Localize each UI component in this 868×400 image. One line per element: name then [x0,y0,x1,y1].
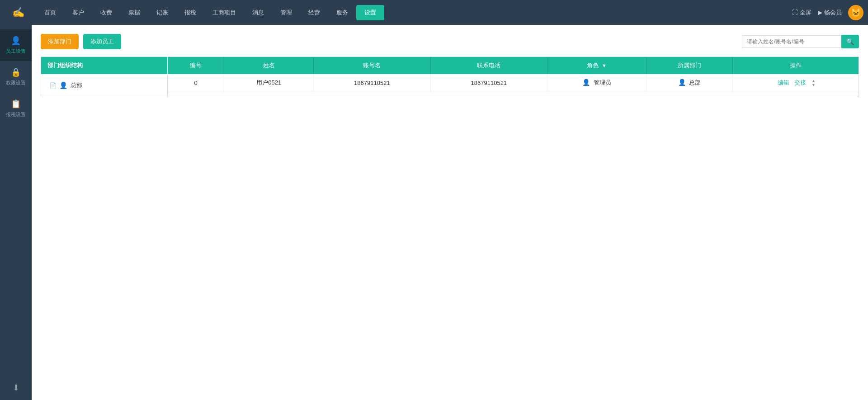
employee-data-table: 编号 姓名 账号名 联系电话 角色 ▼ 所属部门 操作 [168,57,859,92]
person-icon: 👤 [59,81,68,89]
role-name: 管理员 [594,79,611,86]
main-layout: 👤 员工设置 🔒 权限设置 📋 报税设置 ⬇ 添加部门 添加员工 🔍 [0,25,868,400]
sidebar-item-tax-settings[interactable]: 📋 报税设置 [0,93,32,124]
cell-role: 👤 管理员 [547,74,646,92]
cell-id: 0 [168,74,224,92]
avatar[interactable]: 🐱 [848,5,863,20]
edit-link[interactable]: 编辑 [778,79,789,86]
table-row: 0 用户0521 18679110521 18679110521 👤 管理员 👤… [168,74,859,92]
scroll-down-btn[interactable]: ▼ [811,83,816,87]
table-header-row: 编号 姓名 账号名 联系电话 角色 ▼ 所属部门 操作 [168,57,859,74]
sidebar-tax-label: 报税设置 [6,111,26,118]
search-button[interactable]: 🔍 [841,35,859,48]
cell-name: 用户0521 [224,74,314,92]
nav-home[interactable]: 首页 [36,5,64,20]
dept-tree-header: 部门组织结构 [41,57,167,74]
col-header-account: 账号名 [314,57,431,74]
nav-message[interactable]: 消息 [244,5,272,20]
scroll-controls: ▲ ▼ [811,79,816,87]
fullscreen-btn[interactable]: ⛶ 全屏 [792,9,811,17]
top-nav: ✍ 首页 客户 收费 票据 记账 报税 工商项目 消息 管理 经营 服务 设置 … [0,0,868,25]
membership-btn[interactable]: ▶ 畅会员 [818,9,842,17]
col-header-id: 编号 [168,57,224,74]
dept-tree-content: 📄 👤 总部 [41,74,167,97]
dept-name: 总部 [689,79,701,86]
sidebar-item-employee[interactable]: 👤 员工设置 [0,29,32,61]
dept-person-icon: 👤 [678,79,686,86]
col-header-dept: 所属部门 [646,57,732,74]
two-column-layout: 部门组织结构 📄 👤 总部 编号 姓名 账号名 [41,56,859,97]
nav-billing[interactable]: 收费 [92,5,120,20]
fullscreen-icon: ⛶ [792,9,798,16]
fullscreen-label: 全屏 [800,9,811,17]
dept-tree-item-root[interactable]: 📄 👤 总部 [47,79,161,92]
sidebar-bottom-item[interactable]: ⬇ [0,376,32,400]
nav-settings[interactable]: 设置 [356,5,384,20]
employee-table: 编号 姓名 账号名 联系电话 角色 ▼ 所属部门 操作 [168,57,859,97]
role-person-icon: 👤 [582,79,590,86]
col-header-role[interactable]: 角色 ▼ [547,57,646,74]
cell-phone: 18679110521 [430,74,547,92]
cell-dept: 👤 总部 [646,74,732,92]
main-content: 添加部门 添加员工 🔍 部门组织结构 📄 👤 总部 [32,25,868,400]
dept-tree: 部门组织结构 📄 👤 总部 [41,57,168,97]
nav-bookkeeping[interactable]: 记账 [148,5,176,20]
nav-operation[interactable]: 经营 [300,5,328,20]
nav-invoice[interactable]: 票据 [120,5,148,20]
sidebar: 👤 员工设置 🔒 权限设置 📋 报税设置 ⬇ [0,25,32,400]
membership-icon: ▶ [818,9,822,16]
search-area: 🔍 [742,35,859,48]
col-header-phone: 联系电话 [430,57,547,74]
logo-icon: ✍ [5,7,32,19]
nav-right: ⛶ 全屏 ▶ 畅会员 🐱 [792,5,863,20]
cell-account: 18679110521 [314,74,431,92]
sidebar-permissions-label: 权限设置 [6,80,26,86]
membership-label: 畅会员 [824,9,842,17]
sidebar-employee-label: 员工设置 [6,48,26,55]
nav-service[interactable]: 服务 [328,5,356,20]
download-icon: ⬇ [13,383,19,393]
nav-business[interactable]: 工商项目 [204,5,244,20]
lock-icon: 🔒 [11,67,21,77]
nav-items: 首页 客户 收费 票据 记账 报税 工商项目 消息 管理 经营 服务 设置 [36,5,792,20]
dept-name-label: 总部 [71,81,82,89]
add-employee-button[interactable]: 添加员工 [83,34,121,49]
nav-customer[interactable]: 客户 [64,5,92,20]
tax-settings-icon: 📋 [11,99,21,109]
col-header-name: 姓名 [224,57,314,74]
nav-tax[interactable]: 报税 [176,5,204,20]
col-header-action: 操作 [732,57,859,74]
file-icon: 📄 [49,82,57,89]
toolbar: 添加部门 添加员工 🔍 [41,34,859,49]
cell-actions: 编辑 交接 ▲ ▼ [732,74,859,92]
add-dept-button[interactable]: 添加部门 [41,34,79,49]
transfer-link[interactable]: 交接 [794,79,806,86]
nav-manage[interactable]: 管理 [272,5,300,20]
search-input[interactable] [742,35,841,48]
filter-icon: ▼ [602,63,607,68]
sidebar-item-permissions[interactable]: 🔒 权限设置 [0,61,32,93]
employee-icon: 👤 [11,36,21,46]
